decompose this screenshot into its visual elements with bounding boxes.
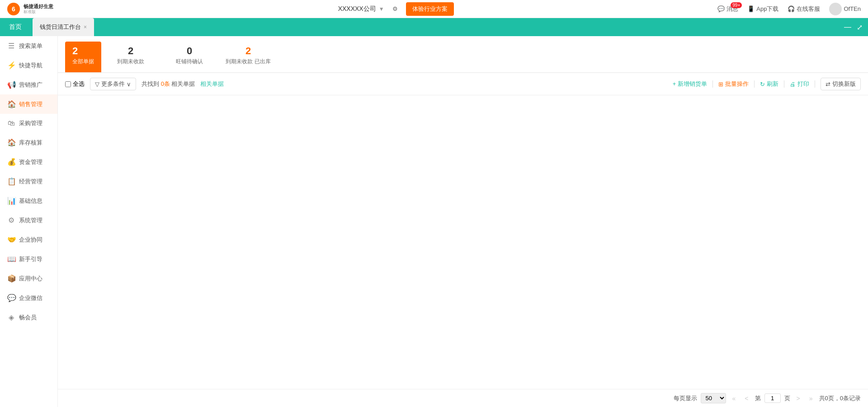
batch-icon: ⊞ (718, 81, 723, 88)
refresh-button[interactable]: ↻ 刷新 (760, 80, 778, 88)
sidebar-item-operations[interactable]: 📋 经营管理 (0, 172, 57, 191)
avatar-image (829, 3, 842, 15)
purchase-icon: 🛍 (7, 119, 15, 127)
select-all-checkbox[interactable]: 全选 (65, 80, 85, 88)
workbench-tab[interactable]: 钱货日清工作台 × (33, 18, 94, 36)
toolbar-right: + 新增销货单 ⊞ 批量操作 ↻ 刷新 🖨 打印 ⇄ (673, 78, 861, 90)
found-count: 0条 (161, 80, 170, 87)
sidebar-item-search-menu[interactable]: ☰ 搜索菜单 (0, 36, 57, 56)
prev-page-button[interactable]: < (742, 394, 751, 403)
stats-tabs: 2 全部单据 2 到期未收款 0 旺铺待确认 2 到期未收款 已出库 (58, 36, 868, 73)
table-area (58, 95, 868, 389)
found-text: 共找到 0条 相关单据 (142, 80, 195, 88)
sidebar-label-guide: 新手引导 (19, 255, 42, 263)
select-all-label: 全选 (73, 80, 85, 88)
first-page-button[interactable]: « (730, 394, 739, 403)
sidebar-item-app-center[interactable]: 📦 应用中心 (0, 269, 57, 288)
sidebar-label-app-center: 应用中心 (19, 275, 42, 283)
page-size-select[interactable]: 20 50 100 (701, 393, 726, 403)
header-right: 💬 消息 99+ 📱 App下载 🎧 在线客服 OfTEn (717, 3, 861, 15)
print-icon: 🖨 (790, 81, 796, 88)
operations-icon: 📋 (7, 177, 15, 186)
sidebar-item-enterprise[interactable]: 🤝 企业协同 (0, 230, 57, 249)
sidebar-item-guide[interactable]: 📖 新手引导 (0, 249, 57, 269)
switch-version-button[interactable]: ⇄ 切换新版 (821, 78, 861, 90)
stat-tab-all[interactable]: 2 全部单据 (65, 42, 101, 72)
tab-bar-actions: — ⤢ (844, 23, 868, 32)
footer-pagination: 每页显示 20 50 100 « < 第 页 > » 共0页，0条记录 (58, 389, 868, 407)
sidebar-item-purchase[interactable]: 🛍 采购管理 (0, 114, 57, 133)
page-number-input[interactable] (764, 393, 781, 403)
stat-tab-shipped[interactable]: 2 到期未收款 已出库 (219, 42, 278, 72)
switch-icon: ⇄ (826, 81, 830, 88)
sidebar-label-sys-mgmt: 系统管理 (19, 216, 42, 225)
sidebar-item-sys-mgmt[interactable]: ⚙ 系统管理 (0, 211, 57, 230)
user-avatar[interactable]: OfTEn (829, 3, 861, 15)
inventory-icon: 🏠 (7, 138, 15, 147)
sidebar-item-inventory[interactable]: 🏠 库存核算 (0, 133, 57, 152)
page-text: 第 (755, 394, 761, 402)
next-page-button[interactable]: > (794, 394, 803, 403)
sys-mgmt-icon: ⚙ (7, 216, 15, 225)
sidebar-item-sales[interactable]: 🏠 销售管理 (0, 94, 57, 114)
settings-button[interactable]: ⚙ (389, 3, 401, 15)
stat-tab-wangwang[interactable]: 0 旺铺待确认 (160, 42, 219, 72)
sidebar-item-marketing[interactable]: 📢 营销推广 (0, 75, 57, 94)
finance-icon: 💰 (7, 158, 15, 166)
tab-close-button[interactable]: × (84, 24, 87, 30)
stat-overdue-count: 2 (107, 45, 155, 57)
messages-badge: 99+ (731, 2, 742, 8)
tab-bar: 首页 钱货日清工作台 × — ⤢ (0, 18, 868, 36)
app-download-button[interactable]: 📱 App下载 (747, 5, 778, 13)
tab-maximize-button[interactable]: ⤢ (857, 23, 863, 32)
guide-icon: 📖 (7, 255, 15, 263)
sidebar: ☰ 搜索菜单 ⚡ 快捷导航 📢 营销推广 🏠 销售管理 🛍 采购管理 🏠 库存核… (0, 36, 58, 407)
sidebar-item-member[interactable]: ◈ 畅会员 (0, 308, 57, 327)
pagination-summary: 共0页，0条记录 (819, 394, 861, 402)
sidebar-label-wechat: 企业微信 (19, 294, 42, 302)
refresh-icon: ↻ (760, 81, 765, 88)
marketing-icon: 📢 (7, 80, 15, 89)
sidebar-label-enterprise: 企业协同 (19, 236, 42, 244)
sidebar-item-wechat[interactable]: 💬 企业微信 (0, 288, 57, 308)
sidebar-item-basic-info[interactable]: 📊 基础信息 (0, 191, 57, 211)
online-service-button[interactable]: 🎧 在线客服 (788, 5, 820, 13)
sidebar-item-finance[interactable]: 💰 资金管理 (0, 152, 57, 172)
app-name: 畅捷通好生意 标准版 (24, 3, 53, 15)
sales-icon: 🏠 (7, 100, 15, 108)
basic-info-icon: 📊 (7, 196, 15, 205)
company-dropdown-arrow: ▼ (379, 6, 384, 12)
toolbar-divider-2 (754, 80, 755, 88)
company-name: XXXXXX公司 (338, 5, 376, 13)
filter-icon: ▽ (95, 81, 99, 88)
company-selector[interactable]: XXXXXX公司 ▼ (338, 5, 384, 13)
sidebar-label-operations: 经营管理 (19, 178, 42, 186)
sidebar-label-member: 畅会员 (19, 313, 37, 322)
new-bill-button[interactable]: + 新增销货单 (673, 80, 707, 88)
top-header: 6 畅捷通好生意 标准版 XXXXXX公司 ▼ ⚙ 体验行业方案 💬 消息 99… (0, 0, 868, 18)
stat-tab-overdue[interactable]: 2 到期未收款 (101, 42, 160, 72)
tab-minimize-button[interactable]: — (844, 23, 851, 31)
sidebar-label-basic-info: 基础信息 (19, 197, 42, 205)
logo-area: 6 畅捷通好生意 标准版 (7, 3, 65, 15)
main-layout: ☰ 搜索菜单 ⚡ 快捷导航 📢 营销推广 🏠 销售管理 🛍 采购管理 🏠 库存核… (0, 36, 868, 407)
filter-arrow-icon: ∨ (127, 81, 131, 88)
search-menu-icon: ☰ (7, 42, 15, 50)
messages-button[interactable]: 💬 消息 99+ (717, 5, 738, 13)
print-button[interactable]: 🖨 打印 (790, 80, 809, 88)
select-all-input[interactable] (65, 81, 71, 87)
batch-operation-button[interactable]: ⊞ 批量操作 (718, 80, 749, 88)
stat-wangwang-count: 0 (165, 45, 213, 57)
page-text2: 页 (784, 394, 790, 402)
content-area: 2 全部单据 2 到期未收款 0 旺铺待确认 2 到期未收款 已出库 (58, 36, 868, 407)
filter-button[interactable]: ▽ 更多条件 ∨ (90, 78, 136, 90)
sidebar-label-sales: 销售管理 (19, 100, 42, 108)
home-tab[interactable]: 首页 (0, 18, 31, 36)
stat-shipped-label: 到期未收款 已出库 (224, 58, 272, 65)
member-icon: ◈ (7, 313, 15, 322)
related-bills-link[interactable]: 相关单据 (200, 80, 224, 88)
toolbar-divider-3 (784, 80, 784, 88)
last-page-button[interactable]: » (807, 394, 816, 403)
sidebar-item-quick-nav[interactable]: ⚡ 快捷导航 (0, 56, 57, 75)
experience-button[interactable]: 体验行业方案 (406, 2, 454, 16)
